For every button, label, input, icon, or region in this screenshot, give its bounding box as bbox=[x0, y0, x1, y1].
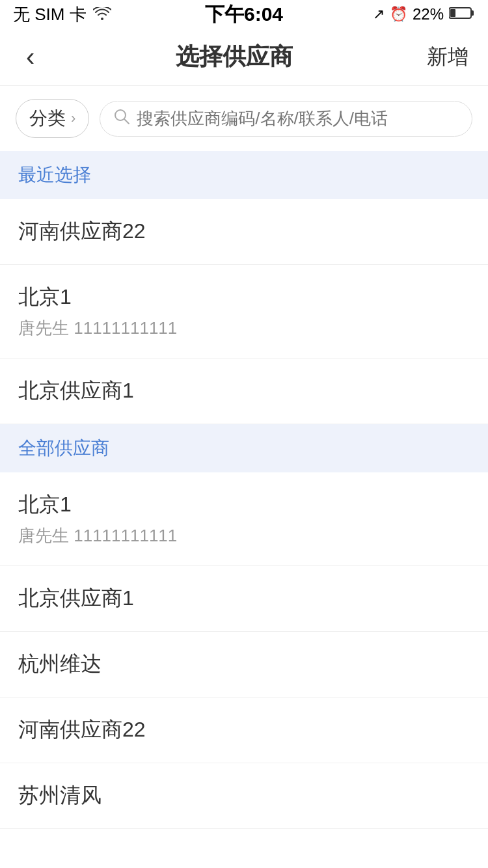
svg-rect-2 bbox=[450, 9, 455, 17]
list-item[interactable]: 苏州清风 bbox=[0, 763, 488, 829]
list-item[interactable]: 北京1唐先生 11111111111 bbox=[0, 265, 488, 359]
status-time: 下午6:04 bbox=[205, 1, 283, 28]
list-item[interactable]: 河南供应商22 bbox=[0, 199, 488, 265]
status-right: ↗ ⏰ 22% bbox=[373, 5, 475, 23]
wifi-icon bbox=[93, 5, 111, 25]
location-icon: ↗ bbox=[373, 6, 385, 23]
alarm-icon: ⏰ bbox=[390, 6, 407, 23]
status-left: 无 SIM 卡 bbox=[13, 3, 111, 26]
list-item[interactable]: 河南供应商22 bbox=[0, 698, 488, 763]
add-button[interactable]: 新增 bbox=[427, 43, 468, 72]
svg-rect-1 bbox=[471, 10, 474, 16]
item-name: 杭州维达 bbox=[18, 650, 470, 679]
item-sub: 唐先生 11111111111 bbox=[18, 524, 470, 547]
item-sub: 唐先生 11111111111 bbox=[18, 317, 470, 340]
category-button[interactable]: 分类 › bbox=[16, 99, 89, 138]
list-item[interactable]: 北京供应商1 bbox=[0, 359, 488, 424]
chevron-right-icon: › bbox=[71, 110, 75, 127]
item-name: 北京1 bbox=[18, 491, 470, 519]
carrier-text: 无 SIM 卡 bbox=[13, 3, 87, 26]
battery-icon bbox=[449, 5, 475, 23]
all-items-list: 北京1唐先生 11111111111北京供应商1杭州维达河南供应商22苏州清风 bbox=[0, 472, 488, 829]
item-name: 北京供应商1 bbox=[18, 584, 470, 613]
svg-line-4 bbox=[124, 119, 129, 124]
search-box bbox=[100, 101, 472, 137]
list-item[interactable]: 北京供应商1 bbox=[0, 566, 488, 632]
nav-bar: ‹ 选择供应商 新增 bbox=[0, 29, 488, 86]
page-title: 选择供应商 bbox=[176, 41, 293, 73]
item-name: 北京供应商1 bbox=[18, 377, 470, 405]
status-bar: 无 SIM 卡 下午6:04 ↗ ⏰ 22% bbox=[0, 0, 488, 29]
search-icon bbox=[113, 108, 130, 129]
recent-items-list: 河南供应商22北京1唐先生 11111111111北京供应商1 bbox=[0, 199, 488, 424]
search-input[interactable] bbox=[137, 109, 459, 129]
battery-text: 22% bbox=[413, 5, 444, 23]
item-name: 河南供应商22 bbox=[18, 217, 470, 246]
list-item[interactable]: 杭州维达 bbox=[0, 632, 488, 698]
item-name: 苏州清风 bbox=[18, 781, 470, 810]
recent-section-header: 最近选择 bbox=[0, 151, 488, 199]
item-name: 河南供应商22 bbox=[18, 716, 470, 744]
category-label: 分类 bbox=[29, 106, 66, 131]
filter-bar: 分类 › bbox=[0, 86, 488, 151]
all-section-header: 全部供应商 bbox=[0, 424, 488, 472]
item-name: 北京1 bbox=[18, 283, 470, 312]
list-item[interactable]: 北京1唐先生 11111111111 bbox=[0, 472, 488, 566]
back-button[interactable]: ‹ bbox=[20, 36, 41, 78]
